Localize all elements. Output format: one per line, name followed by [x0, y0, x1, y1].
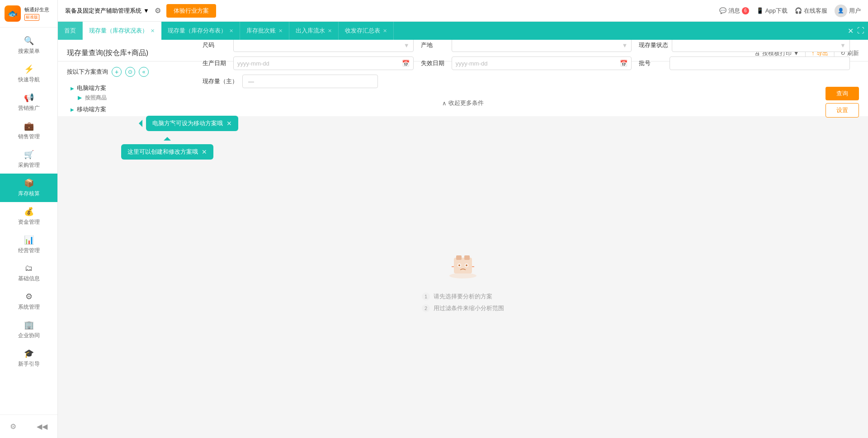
empty-state: 1 请先选择要分析的方案 2 用过滤条件来缩小分析范围	[58, 116, 868, 438]
search-button[interactable]: 查询	[826, 87, 859, 100]
sidebar-item-sales[interactable]: 💼 销售管理	[0, 117, 57, 145]
user-item[interactable]: 👤 用户	[835, 5, 861, 17]
prod-date-input[interactable]: yyyy-mm-dd 📅	[233, 57, 414, 70]
stock-qty-range[interactable]: —	[242, 75, 378, 88]
sidebar-item-guide[interactable]: 🎓 新手引导	[0, 344, 57, 372]
tab-close-icon[interactable]: ✕	[151, 28, 155, 34]
filter-row-4: 现存量（主） —	[203, 75, 850, 88]
tab-home[interactable]: 首页	[58, 22, 83, 40]
sidebar-item-finance[interactable]: 💰 资金管理	[0, 202, 57, 231]
filter-field-batch: 批号	[639, 57, 850, 70]
support-label: 在线客服	[804, 7, 827, 15]
tab-batch-account[interactable]: 库存批次账 ✕	[240, 22, 289, 40]
prod-date-label: 生产日期	[203, 59, 230, 67]
tab-in-out-flow-label: 出入库流水	[296, 27, 325, 35]
filter-field-prod-date: 生产日期 yyyy-mm-dd 📅	[203, 57, 414, 70]
sidebar-logo: 🐟 畅通好生意 标准版	[0, 0, 57, 28]
tab-inventory-status-label: 现存量（库存状况表）	[89, 27, 148, 35]
purchase-icon: 🛒	[24, 150, 34, 160]
sidebar-item-label: 经营管理	[18, 247, 40, 254]
system-title-select[interactable]: 装备及固定资产辅助管理系统 ▼	[65, 7, 149, 15]
collapse-button[interactable]: ∧ 收起更多条件	[442, 99, 484, 107]
svg-rect-2	[456, 255, 462, 260]
sidebar-item-marketing[interactable]: 📢 营销推广	[0, 88, 57, 117]
app-download-item[interactable]: 📱 App下载	[756, 7, 788, 15]
svg-rect-1	[454, 258, 472, 273]
sidebar-item-label: 基础信息	[18, 275, 40, 283]
notification-label: 消息	[728, 7, 740, 15]
sidebar-item-label: 快速导航	[18, 76, 40, 84]
sidebar-item-label: 资金管理	[18, 218, 40, 226]
trial-button[interactable]: 体验行业方案	[166, 4, 216, 18]
system-title-text: 装备及固定资产辅助管理系统	[65, 7, 142, 15]
collapse-label: 收起更多条件	[448, 99, 484, 107]
sidebar-item-label: 销售管理	[18, 133, 40, 141]
sidebar-nav: 🔍 搜索菜单 ⚡ 快速导航 📢 营销推广 💼 销售管理 🛒 采购管理 📦 库存核…	[0, 28, 57, 414]
tab-inventory-dist[interactable]: 现存量（库存分布表） ✕	[161, 22, 240, 40]
stock-status-select[interactable]: ▼	[672, 40, 850, 52]
support-item[interactable]: 🎧 在线客服	[795, 7, 827, 15]
sidebar-item-purchase[interactable]: 🛒 采购管理	[0, 145, 57, 174]
expire-date-calendar-icon: 📅	[620, 60, 627, 67]
stock-status-arrow: ▼	[840, 42, 846, 49]
tooltip-pc-close-button[interactable]: ✕	[226, 120, 232, 127]
svg-point-7	[466, 264, 467, 266]
tab-expand-icon[interactable]: ⛶	[857, 27, 864, 35]
collapse-sidebar-icon[interactable]: ◀◀	[35, 420, 49, 433]
expire-date-input[interactable]: yyyy-mm-dd 📅	[452, 57, 632, 70]
tooltip-edit-close-button[interactable]: ✕	[202, 148, 207, 155]
scheme-pc-label: 电脑端方案	[77, 84, 106, 92]
topbar: 装备及固定资产辅助管理系统 ▼ ⚙ 体验行业方案 💬 消息 6 📱 App下载 …	[58, 0, 868, 22]
empty-illustration	[440, 242, 486, 287]
tab-collect-summary[interactable]: 收发存汇总表 ✕	[339, 22, 394, 40]
tab-close-icon[interactable]: ✕	[383, 28, 387, 34]
setting-button[interactable]: 设置	[826, 103, 859, 118]
tooltip-edit-popup: 这里可以创建和修改方案哦 ✕	[121, 144, 213, 160]
notification-item[interactable]: 💬 消息 6	[719, 7, 749, 15]
origin-select-arrow: ▼	[622, 42, 627, 49]
tab-close-all-icon[interactable]: ✕	[848, 27, 854, 35]
tab-inventory-dist-label: 现存量（库存分布表）	[168, 27, 226, 35]
batch-input[interactable]	[670, 57, 850, 70]
sidebar-item-inventory[interactable]: 📦 库存核算	[0, 174, 57, 202]
sidebar-item-quick[interactable]: ⚡ 快速导航	[0, 60, 57, 88]
prod-date-calendar-icon: 📅	[402, 60, 410, 67]
guide-icon: 🎓	[24, 349, 34, 358]
filter-fields: 仓库 ··· 商品 ··· 颜色	[203, 40, 850, 88]
filter-actions: ∧ 收起更多条件	[67, 93, 859, 111]
scheme-mobile-label: 移动端方案	[77, 105, 106, 113]
filter-section-label: 按以下方案查询	[67, 68, 108, 76]
user-avatar: 👤	[835, 5, 847, 17]
tooltip-pc-text: 电脑方案可设为移动方案哦	[152, 119, 223, 127]
filter-copy-button[interactable]: ⊙	[125, 67, 135, 77]
topbar-settings-icon[interactable]: ⚙	[155, 6, 161, 15]
size-select[interactable]: ▼	[233, 40, 414, 52]
tab-close-icon[interactable]: ✕	[328, 28, 332, 34]
tab-close-icon[interactable]: ✕	[278, 28, 283, 34]
origin-label: 产地	[421, 41, 448, 49]
sidebar-item-basic[interactable]: 🗂 基础信息	[0, 259, 57, 287]
sidebar-item-system[interactable]: ⚙ 系统管理	[0, 287, 57, 316]
marketing-icon: 📢	[24, 93, 34, 103]
tab-in-out-flow[interactable]: 出入库流水 ✕	[289, 22, 339, 40]
notification-icon: 💬	[719, 7, 726, 14]
tab-close-icon[interactable]: ✕	[229, 28, 233, 34]
sidebar-item-search[interactable]: 🔍 搜索菜单	[0, 31, 57, 60]
phone-icon: 📱	[756, 7, 764, 14]
settings-bottom-icon[interactable]: ⚙	[8, 420, 18, 433]
sidebar-item-operations[interactable]: 📊 经营管理	[0, 231, 57, 259]
size-select-arrow: ▼	[404, 42, 410, 49]
scheme-expand-icon: ▶	[71, 86, 74, 91]
sidebar-item-enterprise[interactable]: 🏢 企业协同	[0, 316, 57, 344]
sidebar-bottom: ⚙ ◀◀	[0, 414, 57, 438]
filter-add-button[interactable]: +	[112, 67, 122, 77]
filter-back-button[interactable]: «	[139, 67, 149, 77]
tab-home-label: 首页	[64, 27, 76, 35]
tab-inventory-status[interactable]: 现存量（库存状况表） ✕	[83, 22, 161, 40]
origin-select[interactable]: ▼	[452, 40, 632, 52]
filter-area: 按以下方案查询 + ⊙ « ▶ 电脑端方案 ▶ 按照商品 ▶ 移动端方案	[58, 61, 868, 116]
filter-field-origin: 产地 ▼	[421, 40, 632, 52]
finance-icon: 💰	[24, 207, 34, 217]
svg-rect-3	[464, 255, 470, 260]
empty-tip-1: 1 请先选择要分析的方案	[422, 292, 504, 301]
